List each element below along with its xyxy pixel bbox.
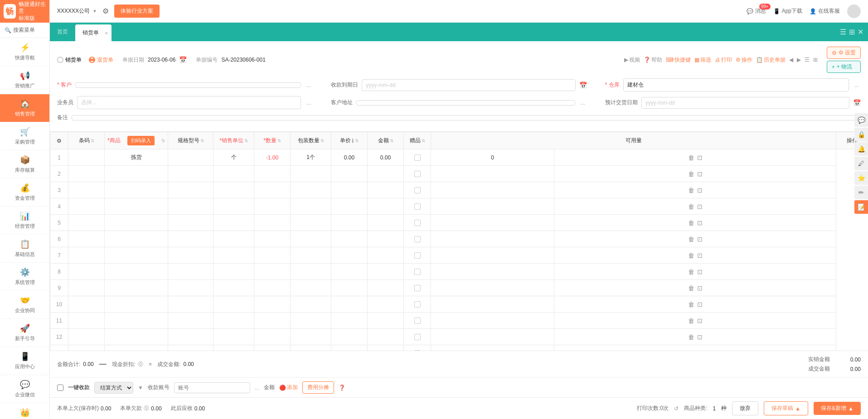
cell-quantity-9[interactable]: [254, 280, 291, 296]
warehouse-input[interactable]: 建材仓: [623, 78, 849, 92]
sidebar-item-purchase[interactable]: 🛒 采购管理: [0, 122, 49, 150]
cell-pkg-qty-9[interactable]: [291, 280, 331, 296]
warehouse-dots-icon[interactable]: ...: [853, 82, 861, 88]
right-panel-btn-3[interactable]: 🔔: [854, 142, 868, 156]
cell-quantity-8[interactable]: [254, 264, 291, 280]
cell-price-2[interactable]: [331, 166, 368, 182]
cell-pkg-qty-12[interactable]: [291, 329, 331, 345]
cell-unit-4[interactable]: [213, 198, 254, 215]
right-panel-btn-5[interactable]: ⭐: [854, 171, 868, 185]
row-delete-icon-2[interactable]: 🗑: [688, 170, 694, 178]
sidebar-item-inventory[interactable]: 📦 库存核算: [0, 150, 49, 178]
cell-price-13[interactable]: [331, 345, 368, 351]
row-delete-icon-4[interactable]: 🗑: [688, 203, 694, 210]
payment-method-select[interactable]: 结算方式: [94, 382, 133, 394]
cell-amount-5[interactable]: [368, 215, 404, 231]
gift-checkbox-11[interactable]: [414, 318, 421, 324]
right-panel-btn-2[interactable]: 🔒: [854, 128, 868, 141]
form-tool-operations[interactable]: ⚙ 操作: [736, 56, 752, 64]
account-input[interactable]: [174, 382, 250, 393]
sidebar-item-finance[interactable]: 💰 资金管理: [0, 178, 49, 207]
row-copy-icon-5[interactable]: ⊡: [697, 219, 703, 226]
cell-pkg-qty-6[interactable]: [291, 231, 331, 247]
row-delete-icon-7[interactable]: 🗑: [688, 252, 694, 259]
cell-amount-13[interactable]: [368, 345, 404, 351]
cell-spec-1[interactable]: [168, 149, 213, 166]
row-copy-icon-8[interactable]: ⊡: [697, 268, 703, 275]
cell-spec-13[interactable]: [168, 345, 213, 351]
cell-product-11[interactable]: [105, 313, 168, 329]
user-avatar[interactable]: [847, 5, 861, 18]
nav-next-icon[interactable]: ▶: [797, 57, 801, 63]
row-delete-icon-5[interactable]: 🗑: [688, 219, 694, 226]
radio-sales-order[interactable]: 销货单: [57, 56, 82, 64]
th-settings[interactable]: ⚙: [50, 132, 68, 149]
cell-unit-12[interactable]: [213, 329, 254, 345]
cell-product-1[interactable]: 拣货: [105, 149, 168, 166]
gift-checkbox-1[interactable]: [414, 154, 421, 161]
cell-gift-2[interactable]: [404, 166, 431, 182]
settings-button[interactable]: ⚙ ⚙ 设置: [827, 47, 861, 59]
right-panel-btn-7[interactable]: 📝: [854, 200, 868, 214]
cell-pkg-qty-7[interactable]: [291, 247, 331, 264]
cell-gift-3[interactable]: [404, 182, 431, 198]
remarks-input[interactable]: [72, 115, 861, 120]
sidebar-item-marketing[interactable]: 📢 营销推广: [0, 66, 49, 94]
row-copy-icon-12[interactable]: ⊡: [697, 333, 703, 341]
row-copy-icon-11[interactable]: ⊡: [697, 317, 703, 324]
row-delete-icon-3[interactable]: 🗑: [688, 187, 694, 194]
cell-price-12[interactable]: [331, 329, 368, 345]
sidebar-item-basics[interactable]: 📋 基础信息: [0, 235, 49, 263]
sidebar-item-wechat[interactable]: 💬 企业微信: [0, 375, 49, 403]
cell-gift-12[interactable]: [404, 329, 431, 345]
cell-unit-9[interactable]: [213, 280, 254, 296]
gift-checkbox-4[interactable]: [414, 203, 421, 210]
account-dots-icon[interactable]: ...: [255, 385, 259, 391]
expense-split-btn[interactable]: 费用分摊: [302, 381, 334, 394]
row-delete-icon-6[interactable]: 🗑: [688, 236, 694, 243]
gift-sort-icon[interactable]: ⇅: [422, 138, 425, 143]
expense-help-icon[interactable]: ❓: [339, 385, 345, 391]
payment-date-input[interactable]: yyyy-mm-dd: [362, 79, 575, 91]
cell-amount-4[interactable]: [368, 198, 404, 215]
online-service-btn[interactable]: 👤 在线客服: [810, 7, 840, 15]
radio-return-order[interactable]: 退货单: [89, 56, 113, 64]
cell-unit-5[interactable]: [213, 215, 254, 231]
address-dots-icon[interactable]: ...: [579, 100, 587, 106]
gift-checkbox-10[interactable]: [414, 301, 421, 308]
cell-unit-7[interactable]: [213, 247, 254, 264]
row-delete-icon-1[interactable]: 🗑: [688, 154, 694, 161]
card-view-icon[interactable]: ⊞: [813, 57, 818, 63]
sidebar-item-system[interactable]: ⚙️ 系统管理: [0, 263, 49, 291]
logistics-button[interactable]: + + 物流: [827, 61, 861, 73]
cell-product-2[interactable]: [105, 166, 168, 182]
cell-product-8[interactable]: [105, 264, 168, 280]
row-copy-icon-3[interactable]: ⊡: [697, 187, 703, 194]
right-panel-btn-6[interactable]: ✏: [854, 186, 868, 199]
qty-sort-icon[interactable]: ⇅: [277, 138, 281, 143]
cell-gift-13[interactable]: [404, 345, 431, 351]
delivery-date-calendar-icon[interactable]: 📅: [853, 99, 861, 106]
tab-home[interactable]: 首页: [50, 24, 75, 40]
cell-spec-5[interactable]: [168, 215, 213, 231]
cell-pkg-qty-1[interactable]: 1个: [291, 149, 331, 166]
cell-gift-8[interactable]: [404, 264, 431, 280]
payment-date-calendar-icon[interactable]: 📅: [579, 82, 587, 89]
sidebar-item-operations[interactable]: 📊 经营管理: [0, 207, 49, 235]
cell-price-1[interactable]: 0.00: [331, 149, 368, 166]
cell-spec-7[interactable]: [168, 247, 213, 264]
sidebar-item-quick-nav[interactable]: ⚡ 快捷导航: [0, 38, 49, 66]
gift-checkbox-5[interactable]: [414, 220, 421, 226]
cell-quantity-11[interactable]: [254, 313, 291, 329]
doc-owe-help-icon[interactable]: ⓪: [144, 405, 149, 412]
cell-price-11[interactable]: [331, 313, 368, 329]
cell-spec-11[interactable]: [168, 313, 213, 329]
sidebar-item-sales[interactable]: 🏠 销售管理: [0, 94, 49, 122]
cell-spec-4[interactable]: [168, 198, 213, 215]
cell-price-4[interactable]: [331, 198, 368, 215]
cell-unit-8[interactable]: [213, 264, 254, 280]
row-delete-icon-9[interactable]: 🗑: [688, 284, 694, 292]
trial-btn[interactable]: 体验行业方案: [114, 5, 160, 18]
cell-quantity-5[interactable]: [254, 215, 291, 231]
cell-product-3[interactable]: [105, 182, 168, 198]
